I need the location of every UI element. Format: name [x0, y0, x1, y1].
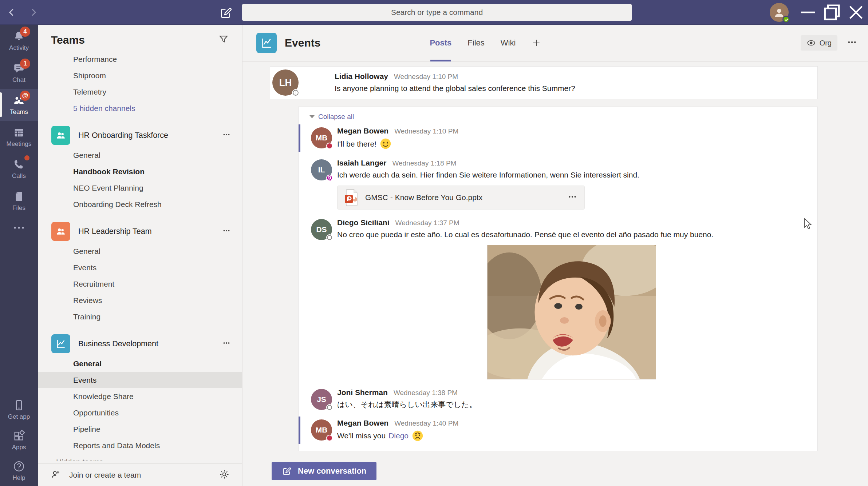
new-chat-icon[interactable] [219, 6, 233, 20]
message-reply: DS Diego Siciliani Wednesday 1:37 PM No … [299, 214, 817, 384]
message-text: No creo que pueda ir este año. Lo cual e… [337, 229, 809, 240]
offline-status-icon [326, 234, 333, 241]
message-reply: IL Isaiah Langer Wednesday 1:18 PM Ich w… [299, 154, 817, 214]
attachment-more-icon[interactable] [568, 192, 577, 203]
avatar[interactable]: DS [311, 219, 332, 240]
user-avatar[interactable] [770, 3, 789, 22]
author-name: Megan Bowen [337, 127, 388, 135]
teams-icon: @ [13, 94, 25, 107]
team-hr-onboarding-taskforce[interactable]: HR Onboarding Taskforce [38, 124, 242, 147]
rail-item-help[interactable]: Help [0, 455, 38, 486]
reply-button[interactable]: Reply [299, 446, 817, 451]
attachment-filename: GMSC - Know Before You Go.pptx [365, 193, 561, 202]
avatar[interactable]: JS [311, 389, 332, 410]
channel-onboarding-deck-refresh[interactable]: Onboarding Deck Refresh [38, 196, 242, 212]
timestamp: Wednesday 1:37 PM [395, 219, 459, 227]
channel-knowledge-share[interactable]: Knowledge Share [38, 388, 242, 405]
channel-tabs: Posts Files Wiki [430, 25, 541, 61]
channel-recruitment[interactable]: Recruitment [38, 276, 242, 292]
channel-reviews[interactable]: Reviews [38, 292, 242, 308]
channel-performance[interactable]: Performance [38, 55, 242, 67]
channel-training[interactable]: Training [38, 308, 242, 325]
author-name: Megan Bowen [337, 419, 388, 427]
channel-pipeline[interactable]: Pipeline [38, 421, 242, 437]
back-button[interactable] [7, 7, 17, 18]
restore-button[interactable] [820, 0, 844, 25]
calls-dot-badge [24, 155, 29, 160]
rail-item-teams[interactable]: @ Teams [0, 89, 38, 121]
avatar[interactable]: MB [311, 419, 332, 441]
timestamp: Wednesday 1:40 PM [394, 419, 458, 427]
team-avatar [51, 222, 70, 241]
author-name: Diego Siciliani [337, 218, 390, 227]
rail-item-apps[interactable]: Apps [0, 425, 38, 455]
team-hr-leadership-team[interactable]: HR Leadership Team [38, 220, 242, 243]
mention-link[interactable]: Diego [388, 430, 409, 441]
rail-item-get-app[interactable]: Get app [0, 394, 38, 425]
channel-handbook-revision[interactable]: Handbook Revision [38, 163, 242, 180]
rail-item-activity[interactable]: 4 Activity [0, 25, 38, 57]
author-name: Isaiah Langer [337, 159, 386, 167]
channel-list: Performance Shiproom Telemetry 5 hidden … [38, 55, 242, 463]
team-more-icon[interactable] [222, 226, 231, 237]
close-button[interactable] [844, 0, 868, 25]
channel-events[interactable]: Events [38, 259, 242, 276]
channel-general[interactable]: General [38, 147, 242, 163]
phone-icon [13, 158, 25, 171]
channel-reports-and-data-models[interactable]: Reports and Data Models [38, 437, 242, 454]
filter-icon[interactable] [218, 34, 229, 46]
busy-status-icon [326, 435, 333, 441]
activity-bell-icon: 4 [13, 30, 25, 43]
channel-more-button[interactable] [847, 37, 857, 49]
add-tab-button[interactable] [532, 25, 541, 61]
team-more-icon[interactable] [222, 130, 231, 141]
forward-button[interactable] [28, 7, 39, 18]
app-rail: 4 Activity 1 Chat @ Teams [0, 25, 38, 486]
team-more-icon[interactable] [222, 338, 231, 349]
avatar[interactable]: MB [311, 127, 332, 148]
add-person-icon [50, 469, 61, 481]
channel-shiproom[interactable]: Shiproom [38, 67, 242, 84]
hidden-channels-link[interactable]: 5 hidden channels [38, 100, 242, 116]
search-input[interactable] [242, 4, 632, 21]
channel-general[interactable]: General [38, 243, 242, 259]
attachment-card[interactable]: GMSC - Know Before You Go.pptx [337, 186, 585, 210]
manage-teams-gear-icon[interactable] [219, 469, 230, 481]
hidden-teams-label[interactable]: Hidden teams [38, 454, 242, 461]
rail-item-calls[interactable]: Calls [0, 153, 38, 185]
activity-badge: 4 [20, 27, 30, 37]
minimize-button[interactable] [796, 0, 820, 25]
teams-badge: @ [20, 91, 30, 101]
rail-item-chat[interactable]: 1 Chat [0, 57, 38, 89]
collapse-all-button[interactable]: Collapse all [299, 107, 817, 122]
tab-files[interactable]: Files [467, 25, 484, 61]
chevron-down-icon [309, 115, 315, 118]
rail-item-meetings[interactable]: Meetings [0, 121, 38, 153]
tab-posts[interactable]: Posts [430, 25, 451, 61]
channel-events-selected[interactable]: Events [38, 372, 242, 388]
rail-item-files[interactable]: Files [0, 185, 38, 217]
message-text: はい、それは素晴らしい出来事でした。 [337, 399, 809, 410]
sad-baby-gif[interactable] [487, 245, 656, 379]
unread-marker [299, 417, 300, 444]
message-text: I'll be there! [337, 139, 376, 149]
team-business-development[interactable]: Business Development [38, 332, 242, 355]
avatar[interactable]: LH [272, 69, 299, 96]
rail-more-button[interactable] [0, 217, 38, 239]
author-name: Joni Sherman [337, 388, 388, 397]
org-visibility-button[interactable]: Org [801, 35, 837, 51]
new-conversation-button[interactable]: New conversation [272, 462, 376, 480]
composer-area: New conversation [242, 451, 868, 486]
avatar[interactable]: IL [311, 159, 332, 180]
calendar-icon [13, 126, 25, 139]
channel-general[interactable]: General [38, 355, 242, 372]
tab-wiki[interactable]: Wiki [501, 25, 516, 61]
channel-opportunities[interactable]: Opportunities [38, 405, 242, 421]
channel-telemetry[interactable]: Telemetry [38, 84, 242, 100]
join-create-team-button[interactable]: Join or create a team [69, 471, 211, 479]
worried-emoji [411, 430, 424, 442]
team-avatar [51, 334, 70, 353]
available-status-icon [782, 16, 790, 23]
channel-neo-event-planning[interactable]: NEO Event Planning [38, 180, 242, 196]
offline-status-icon [292, 89, 299, 96]
